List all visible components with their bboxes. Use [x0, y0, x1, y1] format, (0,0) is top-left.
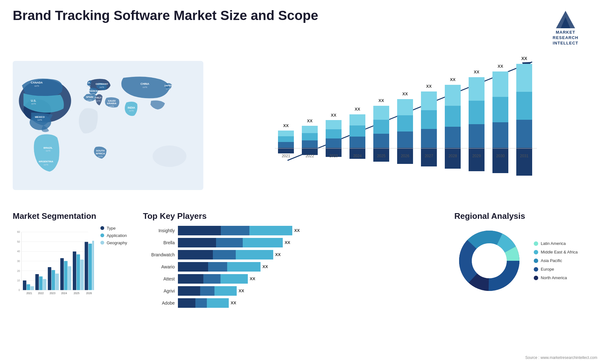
legend-asia-pacific: Asia Pacific [534, 258, 578, 263]
svg-rect-92 [469, 77, 485, 101]
bar-2023: XX 2023 [326, 113, 342, 158]
svg-rect-73 [397, 115, 413, 131]
svg-text:50: 50 [17, 240, 20, 243]
svg-point-6 [152, 145, 186, 167]
svg-rect-137 [68, 266, 71, 290]
svg-text:60: 60 [17, 231, 20, 233]
header: Brand Tracking Software Market Size and … [0, 0, 610, 49]
svg-rect-44 [278, 131, 294, 136]
growth-bars-svg: XX 2021 XX 2022 XX [216, 52, 594, 179]
svg-rect-136 [64, 261, 68, 290]
map-section: CANADA xx% U.S. xx% MEXICO xx% BRAZIL xx… [10, 49, 207, 202]
svg-text:XX: XX [450, 77, 456, 82]
svg-rect-41 [278, 148, 294, 153]
svg-text:INDIA: INDIA [128, 106, 135, 109]
svg-text:2024: 2024 [61, 292, 67, 295]
svg-text:2025: 2025 [377, 154, 386, 158]
world-map-svg: CANADA xx% U.S. xx% MEXICO xx% BRAZIL xx… [13, 52, 203, 199]
svg-text:2027: 2027 [425, 154, 433, 158]
svg-text:MEXICO: MEXICO [35, 115, 45, 118]
svg-text:XX: XX [498, 64, 503, 69]
player-attest: Attest XX [143, 274, 435, 284]
main-grid: CANADA xx% U.S. xx% MEXICO xx% BRAZIL xx… [0, 49, 610, 205]
player-bar-awario: XX [178, 262, 435, 272]
svg-text:2021: 2021 [282, 154, 290, 158]
svg-text:FRANCE: FRANCE [87, 89, 98, 92]
player-bar-adobe: XX [178, 298, 435, 308]
svg-text:U.K.: U.K. [86, 81, 91, 84]
svg-rect-49 [302, 133, 318, 140]
svg-rect-72 [397, 131, 413, 148]
svg-rect-79 [421, 110, 437, 129]
svg-text:xx%: xx% [98, 155, 103, 158]
svg-rect-67 [373, 120, 389, 134]
svg-text:2022: 2022 [38, 292, 44, 295]
svg-text:30: 30 [17, 260, 20, 262]
svg-text:GERMANY: GERMANY [96, 83, 108, 85]
svg-rect-43 [278, 136, 294, 142]
svg-text:ARABIA: ARABIA [107, 102, 117, 105]
bar-2026: XX 2026 [397, 91, 413, 164]
svg-text:CHINA: CHINA [140, 82, 149, 85]
svg-text:2021: 2021 [26, 292, 32, 295]
svg-rect-101 [516, 148, 532, 176]
svg-rect-84 [445, 127, 461, 148]
svg-text:xx%: xx% [44, 163, 48, 166]
svg-rect-62 [349, 114, 365, 125]
svg-text:40: 40 [17, 250, 20, 253]
svg-rect-80 [421, 91, 437, 110]
svg-text:BRAZIL: BRAZIL [44, 146, 53, 149]
growth-chart-section: XX 2021 XX 2022 XX [210, 49, 600, 202]
svg-rect-131 [48, 267, 51, 290]
svg-text:XX: XX [283, 123, 289, 128]
svg-text:ITALY: ITALY [95, 96, 102, 99]
svg-text:10: 10 [17, 279, 20, 282]
svg-rect-96 [492, 122, 508, 148]
svg-rect-104 [516, 64, 532, 92]
svg-text:xx%: xx% [90, 92, 95, 95]
player-bar-attest: XX [178, 274, 435, 284]
svg-text:xx%: xx% [143, 86, 147, 89]
player-brella: Brella XX [143, 238, 435, 247]
svg-rect-124 [27, 284, 30, 290]
svg-text:2023: 2023 [329, 154, 338, 158]
player-awario: Awario XX [143, 262, 435, 272]
player-adobe: Adobe XX [143, 298, 435, 308]
logo-icon [554, 8, 577, 30]
asia-pacific-dot [534, 259, 538, 263]
svg-rect-68 [373, 106, 389, 120]
svg-rect-83 [445, 148, 461, 169]
legend-middle-east-africa: Middle East & Africa [534, 250, 578, 254]
svg-text:0: 0 [18, 289, 20, 292]
svg-text:JAPAN: JAPAN [164, 84, 173, 87]
bar-2031: XX 2031 [516, 56, 532, 176]
svg-text:xx%: xx% [37, 118, 42, 121]
svg-text:2028: 2028 [449, 154, 457, 158]
svg-text:XX: XX [378, 98, 384, 103]
svg-text:xx%: xx% [87, 98, 92, 101]
svg-rect-42 [278, 142, 294, 148]
svg-text:2023: 2023 [50, 292, 56, 295]
svg-text:xx%: xx% [34, 84, 39, 87]
regional-section: Regional Analysis [448, 208, 600, 311]
player-agrivi: Agrivi XX [143, 286, 435, 296]
svg-rect-127 [35, 274, 39, 290]
regional-title: Regional Analysis [454, 211, 594, 221]
type-dot [100, 226, 104, 230]
svg-text:xx%: xx% [129, 109, 134, 112]
players-section: Top Key Players Insightly XX Brella [137, 208, 442, 311]
svg-text:xx%: xx% [99, 86, 104, 89]
svg-rect-132 [51, 270, 55, 290]
north-america-dot [534, 276, 538, 280]
svg-rect-135 [60, 258, 64, 290]
svg-rect-103 [516, 92, 532, 120]
svg-text:xx%: xx% [46, 149, 51, 152]
svg-text:SOUTH: SOUTH [96, 149, 105, 152]
svg-rect-56 [326, 120, 342, 129]
svg-rect-145 [92, 241, 94, 290]
legend-latin-america: Latin America [534, 241, 578, 246]
svg-text:SAUDI: SAUDI [108, 99, 116, 102]
svg-text:ARGENTINA: ARGENTINA [39, 160, 53, 163]
svg-rect-133 [55, 273, 59, 290]
svg-rect-55 [326, 129, 342, 138]
